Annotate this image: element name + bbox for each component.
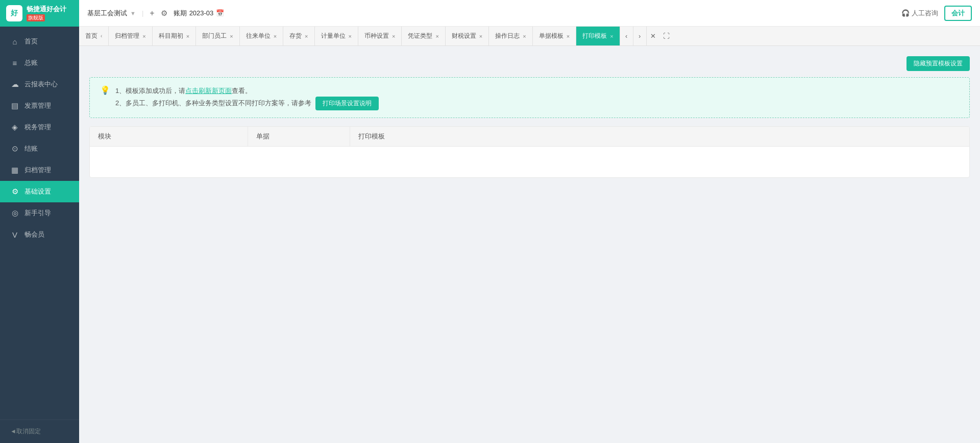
unpin-button[interactable]: ◄取消固定 bbox=[0, 419, 79, 443]
logo-icon: 好 bbox=[6, 5, 22, 21]
logo-sub: 旗舰版 bbox=[27, 14, 45, 21]
tab-currency[interactable]: 币种设置 × bbox=[358, 27, 402, 45]
archive-icon: ▦ bbox=[10, 166, 19, 175]
tab-inventory-close[interactable]: × bbox=[305, 33, 308, 39]
tab-measure-label: 计量单位 bbox=[321, 32, 346, 40]
tab-inventory[interactable]: 存货 × bbox=[283, 27, 314, 45]
tab-tax-close[interactable]: × bbox=[479, 33, 482, 39]
sidebar-item-guide[interactable]: ◎ 新手引导 bbox=[0, 202, 79, 224]
tab-maximize[interactable]: ⛶ bbox=[660, 27, 673, 46]
tab-home[interactable]: 首页 ‹ bbox=[79, 27, 109, 45]
sidebar-item-tax[interactable]: ◈ 税务管理 bbox=[0, 116, 79, 138]
closing-icon: ⊙ bbox=[10, 144, 19, 153]
topbar-divider-1: | bbox=[142, 9, 143, 17]
tab-subject-init[interactable]: 科目期初 × bbox=[153, 27, 196, 45]
account-button[interactable]: 会计 bbox=[944, 6, 972, 21]
tab-currency-close[interactable]: × bbox=[392, 33, 395, 39]
tab-voucher-close[interactable]: × bbox=[435, 33, 438, 39]
tab-close-all[interactable]: ✕ bbox=[647, 27, 660, 46]
company-name: 基层工会测试 bbox=[87, 9, 127, 18]
tab-print-template[interactable]: 打印模板 × bbox=[576, 27, 620, 45]
tab-print-template-label: 打印模板 bbox=[582, 32, 607, 40]
tab-tax-settings-label: 财税设置 bbox=[452, 32, 476, 40]
tab-department[interactable]: 部门员工 × bbox=[196, 27, 239, 45]
sidebar-label-ledger: 总账 bbox=[24, 58, 38, 67]
tab-home-label: 首页 bbox=[85, 32, 97, 40]
invoice-icon: ▤ bbox=[10, 101, 19, 110]
tab-subject-init-label: 科目期初 bbox=[159, 32, 183, 40]
tab-counterpart-close[interactable]: × bbox=[274, 33, 277, 39]
info-line2-prefix: 2、多员工、多打印机、多种业务类型设置不同打印方案等，请参考 bbox=[115, 99, 311, 107]
sidebar-label-tax: 税务管理 bbox=[24, 123, 51, 132]
tab-voucher-type[interactable]: 凭证类型 × bbox=[402, 27, 445, 45]
sidebar-item-invoice[interactable]: ▤ 发票管理 bbox=[0, 95, 79, 116]
service-label: 人工咨询 bbox=[912, 9, 938, 18]
tab-archive-label: 归档管理 bbox=[115, 32, 139, 40]
headset-icon: 🎧 bbox=[901, 9, 910, 17]
tab-subject-close[interactable]: × bbox=[186, 33, 189, 39]
hide-preview-button[interactable]: 隐藏预置模板设置 bbox=[906, 56, 970, 71]
print-scene-button[interactable]: 打印场景设置说明 bbox=[315, 97, 379, 110]
cloud-icon: ☁ bbox=[10, 80, 19, 89]
sidebar-label-guide: 新手引导 bbox=[24, 208, 51, 218]
tab-counterpart-label: 往来单位 bbox=[246, 32, 271, 40]
company-selector[interactable]: 基层工会测试 ▼ bbox=[87, 9, 136, 18]
tab-single-template-close[interactable]: × bbox=[567, 33, 570, 39]
info-line1-prefix: 1、模板添加成功后，请 bbox=[115, 87, 185, 95]
tab-single-template-label: 单据模板 bbox=[539, 32, 564, 40]
info-line1-suffix: 查看。 bbox=[232, 87, 252, 95]
tab-archive[interactable]: 归档管理 × bbox=[109, 27, 152, 45]
tax-icon: ◈ bbox=[10, 123, 19, 132]
content-area: 隐藏预置模板设置 💡 1、模板添加成功后，请点击刷新新页面查看。 2、多员工、多… bbox=[79, 46, 980, 443]
th-document: 单据 bbox=[248, 127, 350, 146]
sidebar: 好 畅捷通好会计 旗舰版 ⌂ 首页 ≡ 总账 ☁ 云报表中心 ▤ 发票管理 ◈ … bbox=[0, 0, 79, 443]
tab-measure[interactable]: 计量单位 × bbox=[315, 27, 358, 45]
th-module: 模块 bbox=[90, 127, 248, 146]
tabbar: 首页 ‹ 归档管理 × 科目期初 × 部门员工 × 往来单位 × 存货 × 计量… bbox=[79, 27, 980, 46]
info-box: 💡 1、模板添加成功后，请点击刷新新页面查看。 2、多员工、多打印机、多种业务类… bbox=[89, 77, 970, 118]
service-button[interactable]: 🎧 人工咨询 bbox=[901, 9, 938, 18]
info-text: 1、模板添加成功后，请点击刷新新页面查看。 2、多员工、多打印机、多种业务类型设… bbox=[115, 85, 959, 110]
tab-tax-settings[interactable]: 财税设置 × bbox=[446, 27, 489, 45]
topbar: 基层工会测试 ▼ | + ⚙ 账期 2023-03 📅 🎧 人工咨询 会计 bbox=[79, 0, 980, 27]
sidebar-label-member: 畅会员 bbox=[24, 230, 44, 239]
tab-archive-close[interactable]: × bbox=[142, 33, 145, 39]
tab-operation-log-close[interactable]: × bbox=[523, 33, 526, 39]
calendar-icon[interactable]: 📅 bbox=[216, 9, 224, 17]
tab-operation-log-label: 操作日志 bbox=[495, 32, 520, 40]
tab-nav-left[interactable]: ‹ bbox=[620, 27, 633, 46]
add-tab-button[interactable]: + bbox=[150, 9, 154, 18]
topbar-settings-icon[interactable]: ⚙ bbox=[161, 9, 167, 18]
tab-nav-right[interactable]: › bbox=[633, 27, 647, 46]
sidebar-label-closing: 结账 bbox=[24, 144, 38, 153]
period-display: 账期 2023-03 📅 bbox=[174, 9, 225, 18]
logo-text: 畅捷通好会计 bbox=[27, 5, 66, 13]
table-header: 模块 单据 打印模板 bbox=[90, 127, 969, 147]
sidebar-item-home[interactable]: ⌂ 首页 bbox=[0, 31, 79, 52]
member-icon: V bbox=[10, 230, 19, 239]
sidebar-item-cloud-report[interactable]: ☁ 云报表中心 bbox=[0, 74, 79, 95]
tab-single-template[interactable]: 单据模板 × bbox=[533, 27, 576, 45]
tab-print-template-close[interactable]: × bbox=[610, 33, 613, 39]
tab-department-close[interactable]: × bbox=[230, 33, 233, 39]
refresh-link[interactable]: 点击刷新新页面 bbox=[185, 87, 232, 95]
tab-counterpart[interactable]: 往来单位 × bbox=[240, 27, 283, 45]
app-logo: 好 畅捷通好会计 旗舰版 bbox=[0, 0, 79, 27]
sidebar-label-home: 首页 bbox=[24, 37, 38, 46]
info-line2: 2、多员工、多打印机、多种业务类型设置不同打印方案等，请参考 打印场景设置说明 bbox=[115, 97, 959, 110]
tab-operation-log[interactable]: 操作日志 × bbox=[489, 27, 532, 45]
sidebar-item-closing[interactable]: ⊙ 结账 bbox=[0, 138, 79, 159]
tab-currency-label: 币种设置 bbox=[364, 32, 389, 40]
print-template-table: 模块 单据 打印模板 bbox=[89, 126, 970, 178]
sidebar-item-archive[interactable]: ▦ 归档管理 bbox=[0, 159, 79, 181]
ledger-icon: ≡ bbox=[10, 59, 19, 67]
sidebar-item-ledger[interactable]: ≡ 总账 bbox=[0, 52, 79, 74]
sidebar-item-settings[interactable]: ⚙ 基础设置 bbox=[0, 181, 79, 202]
info-line1: 1、模板添加成功后，请点击刷新新页面查看。 bbox=[115, 85, 959, 97]
sidebar-label-invoice: 发票管理 bbox=[24, 101, 51, 110]
sidebar-item-member[interactable]: V 畅会员 bbox=[0, 224, 79, 245]
tab-home-chevron: ‹ bbox=[101, 33, 102, 39]
tab-measure-close[interactable]: × bbox=[349, 33, 352, 39]
period-label: 账期 bbox=[174, 9, 187, 18]
tab-inventory-label: 存货 bbox=[289, 32, 302, 40]
